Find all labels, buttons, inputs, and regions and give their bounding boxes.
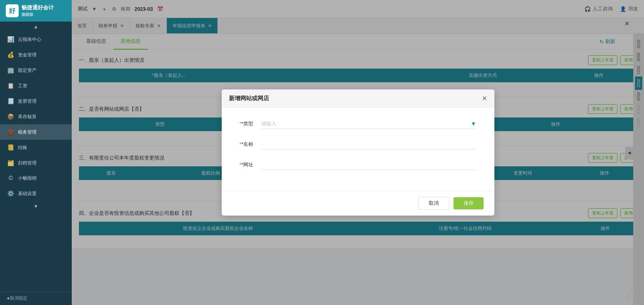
sidebar-item-label: 云报表中心 — [18, 36, 41, 43]
cloud-report-icon: 📊 — [7, 36, 14, 43]
name-input-wrap — [261, 139, 476, 149]
fixed-assets-icon: 🏢 — [7, 67, 14, 74]
modal-body: **类型 ▼ **名称 **网址 — [222, 108, 494, 191]
sidebar-item-xiaochang[interactable]: © 小畅报销 — [0, 171, 72, 186]
modal-add-website: 新增网站或网店 ✕ **类型 ▼ **名称 — [222, 89, 494, 216]
fund-icon: 💰 — [7, 51, 14, 58]
logo-title: 畅捷通好会计 — [22, 4, 54, 11]
name-label: **名称 — [240, 141, 261, 148]
settings-icon: ⚙️ — [7, 190, 14, 197]
sidebar-item-label: 税务管理 — [18, 129, 37, 135]
dropdown-arrow-icon[interactable]: ▼ — [471, 121, 476, 127]
url-label: **网址 — [240, 162, 261, 168]
logo-text-wrap: 畅捷通好会计 旗舰版 — [22, 4, 54, 17]
sidebar-item-label: 小畅报销 — [18, 175, 37, 181]
sidebar-item-settlement[interactable]: 📒 结账 — [0, 140, 72, 155]
sidebar-item-fixed-assets[interactable]: 🏢 固定资产 — [0, 63, 72, 78]
sidebar-item-archive[interactable]: 🗂️ 归档管理 — [0, 155, 72, 171]
modal-title: 新增网站或网店 — [229, 95, 269, 102]
sidebar-item-payroll[interactable]: 📋 工资 — [0, 78, 72, 93]
sidebar-item-cloud-report[interactable]: 📊 云报表中心 — [0, 32, 72, 47]
cancel-button[interactable]: 取消 — [418, 197, 449, 210]
sidebar-item-label: 结账 — [18, 144, 27, 151]
sidebar-item-fund-mgmt[interactable]: 💰 资金管理 — [0, 47, 72, 63]
sidebar-item-tax-mgmt[interactable]: 💼 税务管理 — [0, 124, 72, 140]
sidebar-nav: ▲ 📊 云报表中心 💰 资金管理 🏢 固定资产 📋 工资 🧾 发票管理 📦 库存… — [0, 22, 72, 291]
inventory-icon: 📦 — [7, 113, 14, 120]
modal-overlay: 新增网站或网店 ✕ **类型 ▼ **名称 — [72, 0, 644, 305]
sidebar-item-label: 发票管理 — [18, 98, 37, 105]
form-field-type: **类型 ▼ — [240, 119, 476, 129]
sidebar-item-invoice-mgmt[interactable]: 🧾 发票管理 — [0, 93, 72, 109]
name-input[interactable] — [261, 139, 476, 149]
sidebar-item-label: 资金管理 — [18, 52, 37, 58]
modal-header: 新增网站或网店 ✕ — [222, 89, 494, 108]
modal-close-btn[interactable]: ✕ — [482, 94, 487, 102]
type-input[interactable] — [261, 119, 476, 129]
scroll-down-btn[interactable]: ▼ — [0, 201, 72, 211]
logo-icon: 好 — [6, 4, 19, 17]
sidebar-item-label: 固定资产 — [18, 67, 37, 74]
form-field-name: **名称 — [240, 139, 476, 149]
sidebar-item-inventory[interactable]: 📦 库存核算 — [0, 109, 72, 124]
url-input-wrap — [261, 160, 476, 170]
form-field-url: **网址 — [240, 160, 476, 170]
sidebar-logo: 好 畅捷通好会计 旗舰版 — [0, 0, 72, 22]
sidebar-item-basic-settings[interactable]: ⚙️ 基础设置 — [0, 186, 72, 201]
logo-subtitle: 旗舰版 — [22, 12, 54, 17]
unpin-btn[interactable]: ◄取消固定 — [0, 291, 72, 305]
payroll-icon: 📋 — [7, 82, 14, 89]
tax-icon: 💼 — [7, 129, 14, 135]
sidebar-item-label: 归档管理 — [18, 160, 37, 166]
settlement-icon: 📒 — [7, 144, 14, 151]
sidebar-item-label: 库存核算 — [18, 114, 37, 120]
type-label: **类型 — [240, 121, 261, 127]
sidebar: 好 畅捷通好会计 旗舰版 ▲ 📊 云报表中心 💰 资金管理 🏢 固定资产 📋 工… — [0, 0, 72, 305]
invoice-icon: 🧾 — [7, 98, 14, 105]
type-input-wrap: ▼ — [261, 119, 476, 129]
sidebar-item-label: 基础设置 — [18, 190, 37, 197]
archive-icon: 🗂️ — [7, 160, 14, 166]
url-input[interactable] — [261, 160, 476, 170]
sidebar-item-label: 工资 — [18, 83, 27, 89]
scroll-up-btn[interactable]: ▲ — [0, 22, 72, 32]
unpin-label: ◄取消固定 — [6, 295, 27, 301]
modal-footer: 取消 保存 — [222, 191, 494, 216]
save-button[interactable]: 保存 — [453, 197, 484, 209]
xiaochang-icon: © — [7, 175, 14, 181]
